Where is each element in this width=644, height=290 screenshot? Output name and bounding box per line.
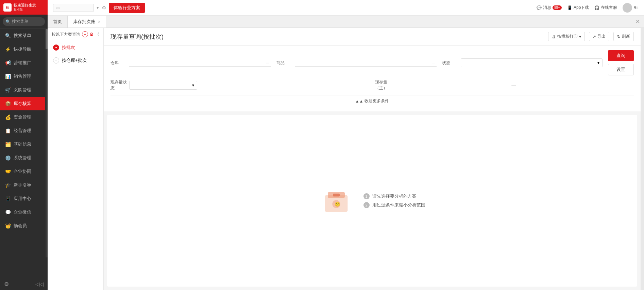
goods-filter-group: 商品 ··· <box>276 59 437 67</box>
sidebar-item-basic[interactable]: 🗂️ 基础信息 <box>0 138 45 151</box>
sidebar-item-finance[interactable]: 💰 资金管理 <box>0 110 45 124</box>
stock-qty-to-input[interactable] <box>519 81 634 89</box>
add-scheme-btn[interactable]: + <box>82 31 88 37</box>
sidebar-search-input[interactable]: 🔍 搜索菜单 <box>3 17 45 26</box>
sidebar-item-operations-label: 经营管理 <box>14 128 31 134</box>
page-close-btn[interactable]: ✕ <box>635 18 640 25</box>
sidebar-item-sales[interactable]: 📊 销售管理 <box>0 70 45 83</box>
stock-qty-label: 现存量（主） <box>375 79 394 91</box>
scheme-active-icon: ● <box>53 44 59 51</box>
user-avatar-btn[interactable]: Rit <box>623 3 639 13</box>
tip-num-1: 1 <box>363 193 370 199</box>
right-scrollbar[interactable] <box>641 28 644 290</box>
page-header: 现存量查询(按批次) 🖨 按模板打印 ▾ ↗ 导出 ↻ <box>104 28 641 46</box>
goods-label: 商品 <box>276 60 295 66</box>
scheme-settings-icon[interactable]: ⚙ <box>89 32 94 37</box>
search-icon: 🔍 <box>5 19 11 24</box>
scheme-by-warehouse-batch-label: 按仓库+批次 <box>62 57 87 64</box>
print-template-btn[interactable]: 🖨 按模板打印 ▾ <box>548 32 585 41</box>
scheme-item-by-batch[interactable]: ● 按批次 <box>48 41 103 54</box>
warehouse-input[interactable]: ··· <box>129 59 271 67</box>
filter-row-2: 现存量状态 ▾ 现存量（主） — <box>111 79 634 91</box>
sidebar-search-container[interactable]: 🔍 搜索菜单 <box>0 15 48 29</box>
empty-illustration: 😕 <box>319 184 353 218</box>
sidebar: 6 畅康通好生意 标准版 🔍 搜索菜单 🔍 搜索菜单 ⚡ 快捷导航 <box>0 0 48 290</box>
settings-footer-icon[interactable]: ⚙ <box>4 281 9 287</box>
page-title-row: 现存量查询(按批次) 🖨 按模板打印 ▾ ↗ 导出 ↻ <box>111 32 634 41</box>
status-filter-group: 状态 ▾ <box>442 58 603 67</box>
tab-close-btn[interactable]: × <box>98 19 100 24</box>
status-select[interactable]: ▾ <box>461 58 603 67</box>
tip-num-2: 2 <box>363 202 370 208</box>
sidebar-item-marketing-label: 营销推广 <box>14 60 31 66</box>
goods-input[interactable]: ··· <box>295 59 437 67</box>
sidebar-item-member[interactable]: 👑 畅会员 <box>0 219 45 233</box>
sales-icon: 📊 <box>5 73 11 79</box>
sidebar-item-guide[interactable]: 🎓 新手引导 <box>0 178 45 192</box>
stock-qty-from-input[interactable] <box>394 81 509 89</box>
sidebar-item-wechat[interactable]: 💬 企业微信 <box>0 205 45 219</box>
print-icon: 🖨 <box>552 34 556 39</box>
settings-button[interactable]: 设置 <box>608 64 634 75</box>
messages-btn[interactable]: 💬 消息 99+ <box>537 5 562 11</box>
sidebar-item-purchase-label: 采购管理 <box>14 87 31 93</box>
trial-button[interactable]: 体验行业方案 <box>109 3 145 13</box>
left-panel-title: 按以下方案查询 <box>52 32 80 37</box>
app-download-btn[interactable]: 📱 App下载 <box>567 5 589 11</box>
sidebar-item-apps[interactable]: 📱 应用中心 <box>0 192 45 205</box>
query-button[interactable]: 查询 <box>608 50 634 61</box>
query-btn-area: 查询 设置 <box>608 50 634 75</box>
sidebar-item-quicknav[interactable]: ⚡ 快捷导航 <box>0 42 45 56</box>
app-info: 畅康通好生意 标准版 <box>14 3 36 12</box>
stock-status-label: 现存量状态 <box>111 79 129 91</box>
sidebar-item-operations[interactable]: 📋 经营管理 <box>0 124 45 138</box>
stock-status-select[interactable]: ▾ <box>129 81 197 90</box>
marketing-icon: 📢 <box>5 60 11 66</box>
sidebar-item-purchase[interactable]: 🛒 采购管理 <box>0 83 45 97</box>
topbar-dropdown-icon[interactable]: ▾ <box>97 5 99 10</box>
scheme-item-by-warehouse-batch[interactable]: ○ 按仓库+批次 <box>48 54 103 67</box>
sidebar-item-system[interactable]: ⚙️ 系统管理 <box>0 151 45 165</box>
goods-more-btn[interactable]: ··· <box>431 61 435 65</box>
stock-qty-filter-group: 现存量（主） — <box>375 79 634 91</box>
sidebar-header: 6 畅康通好生意 标准版 <box>0 0 48 15</box>
collapse-sidebar-btn[interactable]: ◁◁ <box>35 281 44 287</box>
sidebar-item-marketing[interactable]: 📢 营销推广 <box>0 56 45 70</box>
message-icon: 💬 <box>537 5 542 10</box>
refresh-btn[interactable]: ↻ 刷新 <box>613 32 634 41</box>
collapse-panel-btn[interactable]: 《 <box>95 32 99 37</box>
sidebar-item-system-label: 系统管理 <box>14 155 31 161</box>
stock-qty-dash: — <box>509 81 519 89</box>
tip-text-2: 用过滤条件来缩小分析范围 <box>372 202 425 208</box>
sidebar-item-member-label: 畅会员 <box>14 223 27 229</box>
user-avatar <box>623 3 632 13</box>
sidebar-item-quicknav-label: 快捷导航 <box>14 46 31 52</box>
left-panel-header: 按以下方案查询 + ⚙ 《 <box>48 28 103 41</box>
sidebar-item-basic-label: 基础信息 <box>14 141 31 147</box>
sidebar-item-sales-label: 销售管理 <box>14 73 31 79</box>
topbar-search-box[interactable]: ▭ <box>53 4 94 12</box>
topbar-gear-icon[interactable]: ⚙ <box>102 5 106 11</box>
svg-rect-2 <box>333 194 340 196</box>
tip-text-1: 请先选择要分析的方案 <box>372 193 417 199</box>
warehouse-more-btn[interactable]: ··· <box>266 61 269 65</box>
export-btn[interactable]: ↗ 导出 <box>589 32 609 41</box>
member-icon: 👑 <box>5 223 11 229</box>
sidebar-item-enterprise[interactable]: 🤝 企业协同 <box>0 165 45 178</box>
sidebar-item-search[interactable]: 🔍 搜索菜单 <box>0 29 45 42</box>
sidebar-item-enterprise-label: 企业协同 <box>14 168 31 175</box>
tab-home-label: 首页 <box>53 19 62 25</box>
purchase-icon: 🛒 <box>5 87 11 93</box>
content-area: 按以下方案查询 + ⚙ 《 ● 按批次 ○ 按仓库+批次 现存量查询 <box>48 28 644 290</box>
collapse-more-btn[interactable]: ▲▲ 收起更多条件 <box>111 95 634 107</box>
warehouse-label: 仓库 <box>111 60 129 66</box>
sidebar-item-inventory[interactable]: 📦 库存核算 <box>0 97 45 110</box>
sidebar-footer: ⚙ ◁◁ <box>0 278 48 290</box>
main-content: ▭ ▾ ⚙ 体验行业方案 💬 消息 99+ 📱 App下载 🎧 在线客服 <box>48 0 644 290</box>
messages-badge: 99+ <box>553 5 562 10</box>
online-service-btn[interactable]: 🎧 在线客服 <box>594 5 617 11</box>
tab-home[interactable]: 首页 <box>48 16 68 28</box>
tab-inventory-batch[interactable]: 库存批次账 × <box>68 16 106 28</box>
app-edition: 标准版 <box>14 7 36 12</box>
stock-status-dropdown-icon: ▾ <box>192 83 194 88</box>
